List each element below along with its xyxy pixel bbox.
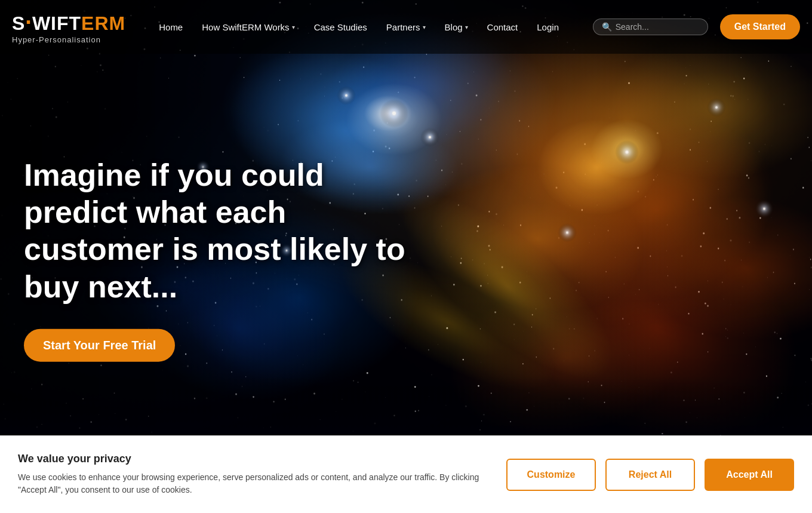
nav-contact[interactable]: Contact: [478, 17, 528, 37]
cookie-title: We value your privacy: [18, 453, 482, 465]
get-started-button[interactable]: Get Started: [720, 14, 800, 39]
accept-all-button[interactable]: Accept All: [705, 459, 794, 491]
search-input[interactable]: [616, 22, 699, 32]
chevron-down-icon: ▾: [465, 24, 468, 30]
logo-wordmark: S·WIFTERM: [12, 10, 125, 35]
nav-case-studies[interactable]: Case Studies: [304, 17, 377, 37]
main-nav: Home How SwiftERM Works ▾ Case Studies P…: [149, 17, 593, 37]
cookie-banner: We value your privacy We use cookies to …: [0, 435, 812, 513]
nav-how-swifterm-works[interactable]: How SwiftERM Works ▾: [192, 17, 304, 37]
customize-button[interactable]: Customize: [506, 459, 596, 491]
hero-content: Imagine if you could predict what each c…: [24, 156, 412, 362]
search-icon: 🔍: [602, 22, 612, 32]
logo-dot: ·: [25, 10, 32, 35]
hero-headline: Imagine if you could predict what each c…: [24, 156, 412, 305]
hero-section: Imagine if you could predict what each c…: [0, 0, 812, 435]
logo-subtitle: Hyper-Personalisation: [12, 35, 125, 44]
nav-blog[interactable]: Blog ▾: [435, 17, 478, 37]
chevron-down-icon: ▾: [423, 24, 426, 30]
nav-login[interactable]: Login: [527, 17, 568, 37]
chevron-down-icon: ▾: [292, 24, 295, 30]
cookie-buttons: Customize Reject All Accept All: [506, 459, 794, 491]
logo-swift: S: [12, 13, 25, 34]
site-header: S·WIFTERM Hyper-Personalisation Home How…: [0, 0, 812, 54]
nav-home[interactable]: Home: [149, 17, 192, 37]
free-trial-button[interactable]: Start Your Free Trial: [24, 329, 175, 362]
cookie-text-area: We value your privacy We use cookies to …: [18, 453, 506, 496]
search-container[interactable]: 🔍: [593, 19, 708, 35]
cookie-description: We use cookies to enhance your browsing …: [18, 471, 482, 496]
reject-all-button[interactable]: Reject All: [605, 459, 695, 491]
logo: S·WIFTERM Hyper-Personalisation: [12, 10, 125, 44]
nav-partners[interactable]: Partners ▾: [377, 17, 435, 37]
